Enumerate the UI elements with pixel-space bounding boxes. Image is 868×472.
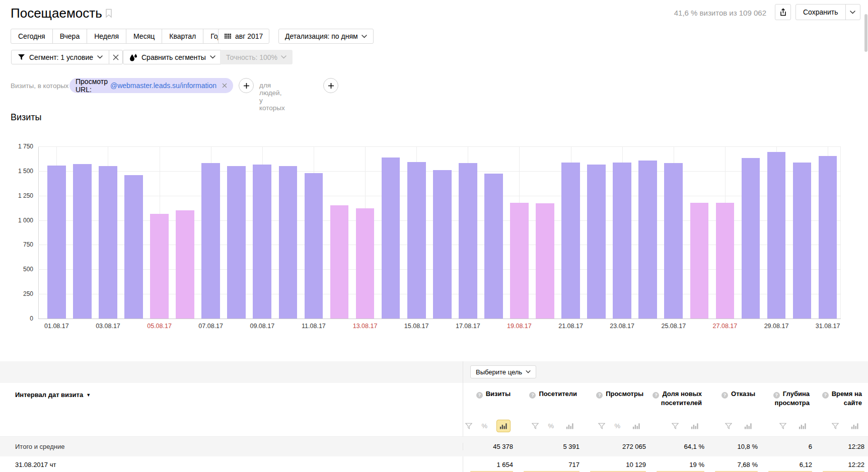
filter-chip-value[interactable]: @webmaster.leads.su/information bbox=[110, 82, 216, 90]
x-axis-tick-label: 03.08.17 bbox=[92, 323, 124, 330]
chart-bar[interactable] bbox=[99, 166, 117, 319]
period-tab-2[interactable]: Вчера bbox=[52, 29, 87, 43]
chart-bar[interactable] bbox=[664, 163, 683, 319]
chart-bar[interactable] bbox=[587, 165, 606, 319]
chart-bar[interactable] bbox=[227, 166, 246, 319]
x-axis-tick-label: 01.08.17 bbox=[40, 323, 73, 330]
row-dimension-header[interactable]: Интервал дат визита▼ bbox=[0, 383, 463, 436]
chart-bar[interactable] bbox=[536, 203, 554, 319]
add-visit-condition-button[interactable] bbox=[239, 78, 254, 93]
chart-bar[interactable] bbox=[613, 163, 631, 319]
save-button[interactable]: Сохранить bbox=[795, 4, 860, 20]
chart-metric-icon[interactable] bbox=[563, 420, 577, 432]
chart-metric-icon[interactable] bbox=[688, 420, 702, 432]
period-tab-5[interactable]: Квартал bbox=[162, 29, 203, 43]
compare-button-label: Сравнить сегменты bbox=[141, 53, 206, 61]
help-icon[interactable]: ? bbox=[822, 392, 829, 399]
save-dropdown-button[interactable] bbox=[845, 5, 860, 20]
percent-filter-icon[interactable]: % bbox=[548, 422, 554, 430]
calendar-grid-icon bbox=[225, 34, 231, 39]
save-button-label[interactable]: Сохранить bbox=[796, 5, 845, 20]
select-goal-button[interactable]: Выберите цель bbox=[470, 365, 536, 378]
percent-filter-icon[interactable]: % bbox=[481, 422, 487, 430]
chart-metric-icon-active[interactable] bbox=[496, 420, 511, 432]
chart-bar[interactable] bbox=[305, 173, 323, 319]
chart-bar[interactable] bbox=[47, 166, 66, 319]
filter-icon[interactable] bbox=[598, 423, 605, 429]
period-tab-1[interactable]: Сегодня bbox=[11, 29, 52, 43]
filter-chip-prefix: Просмотр URL: bbox=[76, 77, 108, 94]
chart-bar[interactable] bbox=[330, 205, 349, 319]
help-icon[interactable]: ? bbox=[529, 392, 536, 399]
column-label: Доля новых посетителей bbox=[661, 390, 702, 407]
cell-доля-новых-посетителей: 64,1 % bbox=[649, 443, 708, 450]
help-icon[interactable]: ? bbox=[476, 392, 483, 399]
help-icon[interactable]: ? bbox=[773, 392, 780, 399]
chart-bar[interactable] bbox=[73, 164, 92, 319]
detail-level-button[interactable]: Детализация: по дням bbox=[278, 29, 374, 44]
chart-bar[interactable] bbox=[716, 203, 735, 319]
period-toolbar: СегодняВчераНеделяМесяцКварталГод авг 20… bbox=[11, 29, 229, 44]
filter-icon[interactable] bbox=[532, 423, 539, 429]
help-icon[interactable]: ? bbox=[596, 392, 603, 399]
cell-визиты: 1 654 bbox=[463, 456, 517, 472]
chart-metric-icon[interactable] bbox=[795, 420, 810, 432]
chevron-down-icon bbox=[281, 55, 286, 59]
chart-bar[interactable] bbox=[638, 161, 657, 319]
filter-icon[interactable] bbox=[465, 423, 472, 429]
clear-segment-button[interactable] bbox=[109, 50, 122, 64]
help-icon[interactable]: ? bbox=[653, 392, 659, 399]
sort-desc-icon: ▼ bbox=[86, 392, 91, 398]
segment-button[interactable]: Сегмент: 1 условие bbox=[12, 50, 109, 64]
percent-filter-icon[interactable]: % bbox=[614, 422, 620, 430]
filter-icon[interactable] bbox=[672, 423, 679, 429]
accuracy-button[interactable]: Точность: 100% bbox=[220, 50, 293, 64]
chart-bar[interactable] bbox=[793, 163, 812, 319]
chart-bar[interactable] bbox=[819, 156, 837, 319]
chart-bar[interactable] bbox=[510, 203, 529, 319]
scrollbar-thumb[interactable] bbox=[864, 14, 867, 52]
add-people-condition-button[interactable] bbox=[323, 78, 338, 93]
period-tab-4[interactable]: Месяц bbox=[126, 29, 162, 43]
period-tab-3[interactable]: Неделя bbox=[87, 29, 126, 43]
chart-bar[interactable] bbox=[124, 175, 143, 319]
y-gridline bbox=[38, 146, 841, 147]
compare-segments-button[interactable]: Сравнить сегменты bbox=[123, 50, 222, 64]
column-label: Глубина просмотра bbox=[775, 390, 810, 407]
people-scope-label: для людей, у которых bbox=[259, 82, 285, 112]
chart-bar[interactable] bbox=[382, 158, 400, 319]
chart-metric-icon[interactable] bbox=[629, 420, 643, 432]
remove-filter-icon[interactable] bbox=[222, 83, 227, 88]
filter-icon[interactable] bbox=[725, 423, 732, 429]
x-axis-tick-label: 17.08.17 bbox=[452, 323, 484, 330]
filter-icon[interactable] bbox=[832, 423, 839, 429]
filter-chip-url[interactable]: Просмотр URL: @webmaster.leads.su/inform… bbox=[69, 78, 233, 93]
chart-bar[interactable] bbox=[561, 163, 580, 319]
chart-bar[interactable] bbox=[150, 214, 169, 319]
chart-bar[interactable] bbox=[484, 174, 503, 319]
y-axis-tick-label: 1 000 bbox=[0, 217, 33, 224]
cell-доля-новых-посетителей: 19 % bbox=[649, 456, 708, 472]
x-axis-tick-label: 07.08.17 bbox=[195, 323, 227, 330]
calendar-button[interactable]: авг 2017 bbox=[218, 29, 269, 44]
help-icon[interactable]: ? bbox=[721, 392, 728, 399]
chart-bar[interactable] bbox=[767, 152, 786, 319]
chart-bar[interactable] bbox=[407, 162, 426, 319]
share-button[interactable] bbox=[775, 4, 791, 20]
chart-metric-icon[interactable] bbox=[848, 420, 862, 432]
chart-bar[interactable] bbox=[253, 165, 271, 319]
chart-bar[interactable] bbox=[201, 163, 220, 319]
chart-bar[interactable] bbox=[176, 210, 194, 319]
chart-bar[interactable] bbox=[690, 203, 709, 319]
table-row-totals: Итого и средние45 3785 391272 06564,1 %1… bbox=[0, 436, 868, 456]
chart-bar[interactable] bbox=[742, 158, 760, 319]
chart-bar[interactable] bbox=[459, 163, 477, 319]
filter-icon[interactable] bbox=[779, 423, 786, 429]
chart-metric-icon[interactable] bbox=[741, 420, 755, 432]
chart-bar[interactable] bbox=[279, 166, 298, 319]
period-tabs: СегодняВчераНеделяМесяцКварталГод bbox=[11, 29, 229, 44]
cell-посетители: 717 bbox=[517, 456, 583, 472]
chart-bar[interactable] bbox=[356, 208, 375, 319]
bookmark-icon[interactable] bbox=[105, 9, 112, 18]
chart-bar[interactable] bbox=[433, 170, 452, 319]
